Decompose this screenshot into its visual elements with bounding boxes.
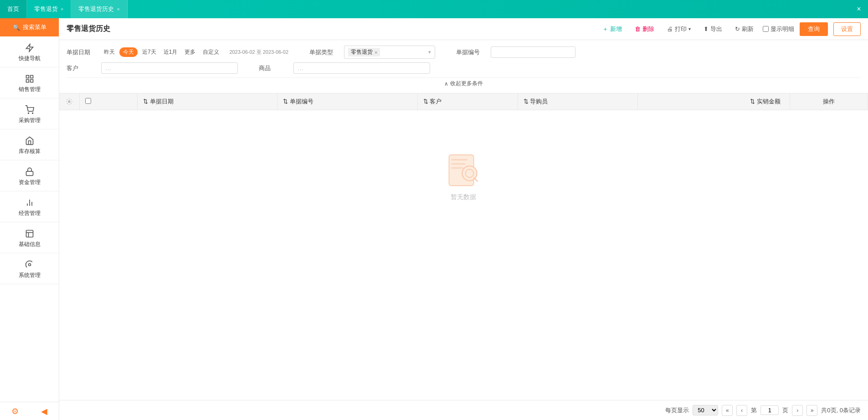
collapse-button[interactable]: ∧ 收起更多条件 [67, 77, 861, 89]
svg-marker-0 [26, 44, 33, 52]
page-size-label: 每页显示 [665, 406, 689, 415]
page-number-input[interactable] [760, 405, 779, 415]
sidebar-items: 快捷导航 销售管理 采购管理 库存核算 [0, 36, 59, 402]
col-settings[interactable] [59, 93, 80, 110]
date-filter-custom[interactable]: 自定义 [200, 47, 222, 57]
col-number-label: ⇅ 单据编号 [283, 98, 313, 105]
delete-button[interactable]: 🗑 删除 [631, 23, 658, 35]
empty-text: 暂无数据 [451, 193, 476, 201]
svg-rect-19 [451, 167, 463, 169]
main-layout: 🔍 搜索菜单 快捷导航 销售管理 采购管理 [0, 18, 868, 420]
svg-rect-7 [26, 171, 33, 175]
goods-filter-input[interactable]: … [293, 62, 430, 74]
sidebar-item-sales[interactable]: 销售管理 [0, 67, 59, 98]
date-filter-7days[interactable]: 近7天 [139, 47, 159, 57]
collapse-label: 收起更多条件 [450, 80, 483, 87]
refresh-button[interactable]: ↻ 刷新 [731, 23, 757, 35]
date-filter-1month[interactable]: 近1月 [161, 47, 180, 57]
col-number[interactable]: ⇅ 单据编号 [277, 93, 417, 110]
col-checkbox[interactable] [80, 93, 138, 110]
svg-rect-2 [30, 76, 33, 78]
table-body: 暂无数据 [59, 110, 868, 238]
sidebar-search-label: 搜索菜单 [23, 23, 46, 31]
svg-rect-17 [451, 159, 467, 161]
settings-button[interactable]: 设置 [833, 22, 861, 36]
print-button[interactable]: 🖨 打印 ▾ [663, 23, 694, 35]
col-customer[interactable]: ⇅ 客户 [417, 93, 518, 110]
sidebar-item-purchase[interactable]: 采购管理 [0, 98, 59, 129]
customer-placeholder: … [105, 65, 111, 72]
sidebar-item-purchase-label: 采购管理 [19, 117, 41, 124]
prev-page-button[interactable]: ‹ [736, 405, 747, 416]
finance-icon [25, 167, 35, 177]
type-filter-select[interactable]: 零售退货 × ▾ [344, 46, 435, 59]
sales-icon [25, 74, 35, 84]
new-label: 新增 [610, 25, 622, 33]
quick-nav-icon [25, 43, 35, 53]
col-guide-label: ⇅ 导购员 [524, 98, 548, 105]
sidebar-item-operations[interactable]: 经营管理 [0, 191, 59, 222]
data-table: ⇅ 单据日期 ⇅ 单据编号 ⇅ 客户 ⇅ 导购员 ⇅ 实销金额 [59, 93, 868, 238]
date-filter-today[interactable]: 今天 [119, 47, 138, 57]
window-close-button[interactable]: × [850, 0, 868, 18]
sidebar-search-button[interactable]: 🔍 搜索菜单 [0, 18, 59, 36]
select-all-checkbox[interactable] [85, 98, 91, 104]
col-amount[interactable]: ⇅ 实销金额 [638, 93, 790, 110]
date-filter-more[interactable]: 更多 [182, 47, 198, 57]
tab-retail-return-label: 零售退货 [34, 5, 58, 13]
query-button[interactable]: 查询 [800, 22, 828, 36]
sidebar-item-quick-nav[interactable]: 快捷导航 [0, 36, 59, 67]
sidebar-item-system[interactable]: 系统管理 [0, 253, 59, 284]
volume-bottom-icon[interactable]: ◀ [41, 406, 47, 416]
empty-state: 暂无数据 [59, 110, 868, 238]
tab-list: 首页 零售退货 × 零售退货历史 × [0, 0, 850, 18]
first-page-button[interactable]: « [722, 405, 733, 416]
export-icon: ⬆ [704, 26, 709, 32]
voucher-filter-label: 单据编号 [456, 48, 483, 56]
date-filter-label: 单据日期 [67, 48, 94, 56]
close-icon: × [857, 5, 861, 13]
operations-icon [25, 198, 35, 208]
delete-label: 删除 [642, 25, 654, 33]
tab-retail-return-history-label: 零售退货历史 [78, 5, 114, 13]
tab-retail-return-history-close[interactable]: × [117, 6, 119, 12]
tab-retail-return-history[interactable]: 零售退货历史 × [71, 0, 127, 18]
settings-bottom-icon[interactable]: ⚙ [11, 406, 19, 416]
sidebar-item-base-info[interactable]: 基础信息 [0, 222, 59, 253]
type-tag-label: 零售退货 [351, 48, 373, 56]
last-page-button[interactable]: » [806, 405, 817, 416]
svg-rect-4 [26, 80, 29, 82]
next-page-button[interactable]: › [792, 405, 803, 416]
new-button[interactable]: ＋ 新增 [599, 23, 626, 35]
customer-filter-label: 客户 [67, 64, 94, 72]
date-filters: 昨天 今天 近7天 近1月 更多 自定义 [101, 47, 222, 57]
tab-retail-return-close[interactable]: × [61, 6, 63, 12]
show-detail-checkbox[interactable] [763, 26, 769, 32]
type-select-chevron-icon: ▾ [428, 49, 431, 55]
sidebar-item-inventory[interactable]: 库存核算 [0, 129, 59, 160]
tab-retail-return[interactable]: 零售退货 × [27, 0, 71, 18]
date-filter-yesterday[interactable]: 昨天 [101, 47, 118, 57]
print-icon: 🖨 [667, 26, 673, 32]
voucher-filter-input[interactable] [491, 46, 575, 58]
show-detail-checkbox-label[interactable]: 显示明细 [763, 25, 794, 33]
col-amount-label: ⇅ 实销金额 [750, 98, 781, 105]
print-label: 打印 [675, 25, 687, 33]
col-guide[interactable]: ⇅ 导购员 [518, 93, 638, 110]
sidebar-item-inventory-label: 库存核算 [19, 148, 41, 155]
col-customer-label: ⇅ 客户 [423, 98, 442, 105]
export-label: 导出 [710, 25, 722, 33]
svg-point-15 [68, 101, 70, 102]
page-size-select[interactable]: 50 10 20 100 [693, 405, 718, 415]
tab-home[interactable]: 首页 [0, 0, 27, 18]
col-date[interactable]: ⇅ 单据日期 [138, 93, 277, 110]
delete-icon: 🗑 [635, 26, 641, 32]
customer-filter-input[interactable]: … [101, 62, 238, 74]
table-settings-icon[interactable] [65, 97, 74, 106]
sidebar-item-finance-label: 资金管理 [19, 179, 41, 186]
sidebar-item-finance[interactable]: 资金管理 [0, 160, 59, 191]
system-icon [25, 260, 35, 270]
export-button[interactable]: ⬆ 导出 [700, 23, 726, 35]
type-tag-close[interactable]: × [375, 50, 377, 55]
purchase-icon [25, 105, 35, 115]
